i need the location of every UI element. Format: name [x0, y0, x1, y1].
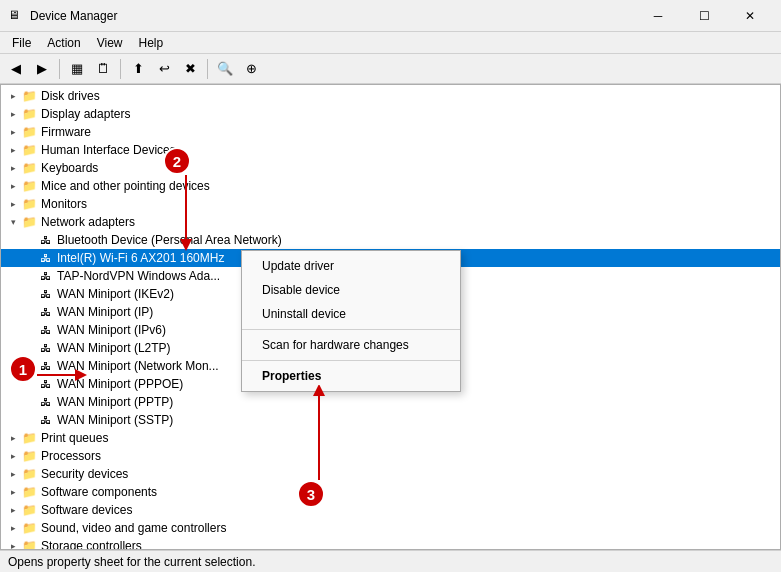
tree-item-display-adapters[interactable]: 📁Display adapters [1, 105, 780, 123]
expand-print-queues[interactable] [5, 430, 21, 446]
expand-monitors[interactable] [5, 196, 21, 212]
update-driver-button[interactable]: ⬆ [126, 57, 150, 81]
expand-software-devices[interactable] [5, 502, 21, 518]
label-human-interface: Human Interface Devices [41, 143, 176, 157]
expand-wan-ikev2[interactable] [21, 286, 37, 302]
status-bar: Opens property sheet for the current sel… [0, 550, 781, 572]
tree-item-network-adapters[interactable]: 📁Network adapters [1, 213, 780, 231]
label-intel-wifi: Intel(R) Wi-Fi 6 AX201 160MHz [57, 251, 224, 265]
tree-item-sound-video[interactable]: 📁Sound, video and game controllers [1, 519, 780, 537]
menu-bar: File Action View Help [0, 32, 781, 54]
icon-wan-ipv6: 🖧 [37, 322, 53, 338]
arrow-1 [37, 365, 87, 385]
expand-wan-ipv6[interactable] [21, 322, 37, 338]
tree-item-print-queues[interactable]: 📁Print queues [1, 429, 780, 447]
tree-item-processors[interactable]: 📁Processors [1, 447, 780, 465]
tree-item-mice[interactable]: 📁Mice and other pointing devices [1, 177, 780, 195]
expand-wan-ip[interactable] [21, 304, 37, 320]
icon-tap-nord: 🖧 [37, 268, 53, 284]
tree-item-software-components[interactable]: 📁Software components [1, 483, 780, 501]
expand-sound-video[interactable] [5, 520, 21, 536]
label-print-queues: Print queues [41, 431, 108, 445]
ctx-sep-scan-hardware [242, 360, 460, 361]
expand-processors[interactable] [5, 448, 21, 464]
label-bluetooth: Bluetooth Device (Personal Area Network) [57, 233, 282, 247]
tree-item-disk-drives[interactable]: 📁Disk drives [1, 87, 780, 105]
toolbar: ◀ ▶ ▦ 🗒 ⬆ ↩ ✖ 🔍 ⊕ [0, 54, 781, 84]
arrow-2 [176, 175, 196, 255]
expand-storage-controllers[interactable] [5, 538, 21, 549]
label-wan-l2tp: WAN Miniport (L2TP) [57, 341, 171, 355]
toolbar-separator-3 [207, 59, 208, 79]
icon-wan-l2tp: 🖧 [37, 340, 53, 356]
label-wan-ip: WAN Miniport (IP) [57, 305, 153, 319]
menu-file[interactable]: File [4, 34, 39, 52]
ctx-disable-device[interactable]: Disable device [242, 278, 460, 302]
icon-mice: 📁 [21, 178, 37, 194]
expand-wan-sstp[interactable] [21, 412, 37, 428]
tree-item-human-interface[interactable]: 📁Human Interface Devices [1, 141, 780, 159]
expand-wan-pptp[interactable] [21, 394, 37, 410]
expand-tap-nord[interactable] [21, 268, 37, 284]
tree-item-storage-controllers[interactable]: 📁Storage controllers [1, 537, 780, 549]
label-network-adapters: Network adapters [41, 215, 135, 229]
app-icon: 🖥 [8, 8, 24, 24]
label-wan-ikev2: WAN Miniport (IKEv2) [57, 287, 174, 301]
tree-item-software-devices[interactable]: 📁Software devices [1, 501, 780, 519]
expand-wan-l2tp[interactable] [21, 340, 37, 356]
expand-keyboards[interactable] [5, 160, 21, 176]
expand-human-interface[interactable] [5, 142, 21, 158]
tree-item-security-devices[interactable]: 📁Security devices [1, 465, 780, 483]
expand-software-components[interactable] [5, 484, 21, 500]
icon-wan-sstp: 🖧 [37, 412, 53, 428]
ctx-properties[interactable]: Properties [242, 364, 460, 388]
tree-item-bluetooth[interactable]: 🖧Bluetooth Device (Personal Area Network… [1, 231, 780, 249]
icon-wan-ip: 🖧 [37, 304, 53, 320]
icon-disk-drives: 📁 [21, 88, 37, 104]
label-sound-video: Sound, video and game controllers [41, 521, 226, 535]
icon-wan-ikev2: 🖧 [37, 286, 53, 302]
menu-action[interactable]: Action [39, 34, 88, 52]
expand-security-devices[interactable] [5, 466, 21, 482]
expand-disk-drives[interactable] [5, 88, 21, 104]
icon-print-queues: 📁 [21, 430, 37, 446]
close-button[interactable]: ✕ [727, 0, 773, 32]
label-firmware: Firmware [41, 125, 91, 139]
label-processors: Processors [41, 449, 101, 463]
resources-button[interactable]: ⊕ [239, 57, 263, 81]
expand-firmware[interactable] [5, 124, 21, 140]
maximize-button[interactable]: ☐ [681, 0, 727, 32]
ctx-scan-hardware[interactable]: Scan for hardware changes [242, 333, 460, 357]
label-display-adapters: Display adapters [41, 107, 130, 121]
show-all-button[interactable]: ▦ [65, 57, 89, 81]
tree-item-monitors[interactable]: 📁Monitors [1, 195, 780, 213]
icon-sound-video: 📁 [21, 520, 37, 536]
tree-item-keyboards[interactable]: 📁Keyboards [1, 159, 780, 177]
icon-storage-controllers: 📁 [21, 538, 37, 549]
label-disk-drives: Disk drives [41, 89, 100, 103]
label-wan-ipv6: WAN Miniport (IPv6) [57, 323, 166, 337]
rollback-button[interactable]: ↩ [152, 57, 176, 81]
back-button[interactable]: ◀ [4, 57, 28, 81]
uninstall-button[interactable]: ✖ [178, 57, 202, 81]
ctx-sep-uninstall-device [242, 329, 460, 330]
tree-item-wan-sstp[interactable]: 🖧WAN Miniport (SSTP) [1, 411, 780, 429]
minimize-button[interactable]: ─ [635, 0, 681, 32]
tree-item-firmware[interactable]: 📁Firmware [1, 123, 780, 141]
expand-bluetooth[interactable] [21, 232, 37, 248]
icon-firmware: 📁 [21, 124, 37, 140]
expand-network-adapters[interactable] [5, 214, 21, 230]
tree-item-wan-pptp[interactable]: 🖧WAN Miniport (PPTP) [1, 393, 780, 411]
context-menu: Update driverDisable deviceUninstall dev… [241, 250, 461, 392]
menu-help[interactable]: Help [131, 34, 172, 52]
forward-button[interactable]: ▶ [30, 57, 54, 81]
scan-button[interactable]: 🔍 [213, 57, 237, 81]
ctx-uninstall-device[interactable]: Uninstall device [242, 302, 460, 326]
expand-intel-wifi[interactable] [21, 250, 37, 266]
expand-mice[interactable] [5, 178, 21, 194]
menu-view[interactable]: View [89, 34, 131, 52]
expand-display-adapters[interactable] [5, 106, 21, 122]
ctx-update-driver[interactable]: Update driver [242, 254, 460, 278]
properties-button[interactable]: 🗒 [91, 57, 115, 81]
arrow-3 [309, 385, 329, 485]
